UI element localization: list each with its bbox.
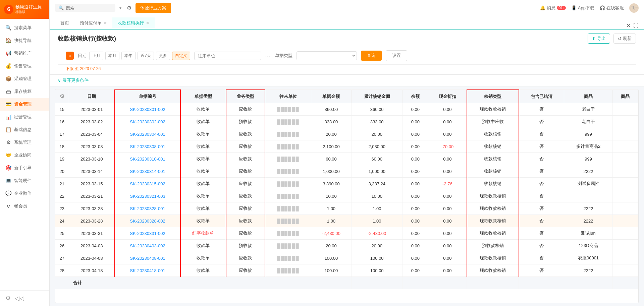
row-single-number[interactable]: SK-20230328-001 bbox=[115, 202, 180, 215]
sidebar-item-wechat[interactable]: 💬 企业微信 bbox=[0, 187, 49, 200]
date-btn-more[interactable]: 更多 bbox=[156, 52, 170, 60]
single-number-link[interactable]: SK-20230301-002 bbox=[130, 107, 165, 112]
date-options: 上月 本月 本年 近7天 更多 自定义 bbox=[89, 52, 190, 60]
sidebar-item-quick-nav[interactable]: 🏠 快捷导航 bbox=[0, 34, 49, 47]
single-number-link[interactable]: SK-20230314-001 bbox=[130, 169, 165, 174]
row-single-number[interactable]: SK-20230302-002 bbox=[115, 116, 180, 128]
sidebar-item-inventory[interactable]: 🗃 库存核算 bbox=[0, 85, 49, 98]
search-input[interactable] bbox=[66, 5, 113, 10]
single-number-link[interactable]: SK-20230328-001 bbox=[130, 206, 165, 211]
row-include-settled: 否 bbox=[519, 128, 564, 140]
service-button[interactable]: 🎧 在线客服 bbox=[600, 5, 624, 11]
unit-input[interactable] bbox=[194, 52, 261, 60]
tab-verify-close[interactable]: ✕ bbox=[146, 21, 149, 25]
sidebar-item-sales[interactable]: 💰 销售管理 bbox=[0, 60, 49, 72]
export-button[interactable]: ⬆ 导出 bbox=[588, 34, 610, 44]
solution-button[interactable]: 体验行业方案 bbox=[136, 3, 171, 13]
date-label: 日期 bbox=[78, 53, 87, 59]
sidebar-item-operations[interactable]: 📊 经营管理 bbox=[0, 111, 49, 123]
sidebar-item-hardware[interactable]: 💻 智能硬件 bbox=[0, 174, 49, 187]
row-amount: 100.00 bbox=[311, 264, 351, 277]
row-single-number[interactable]: SK-20230315-002 bbox=[115, 178, 180, 190]
single-number-link[interactable]: SK-20230403-002 bbox=[130, 243, 165, 248]
row-product2 bbox=[612, 128, 638, 140]
table-body: 152023-03-01SK-20230301-002收款单应收款██████3… bbox=[55, 103, 638, 277]
table-row: 172023-03-04SK-20230304-001收款单应收款██████2… bbox=[55, 128, 638, 140]
row-balance: 0.00 bbox=[402, 190, 428, 202]
date-btn-this-year[interactable]: 本年 bbox=[121, 52, 136, 60]
sidebar-item-label: 企业微信 bbox=[14, 190, 32, 196]
row-single-number[interactable]: SK-20230314-001 bbox=[115, 165, 180, 178]
refresh-button[interactable]: ↺ 刷新 bbox=[613, 34, 636, 44]
date-btn-custom[interactable]: 自定义 bbox=[172, 52, 190, 60]
single-number-link[interactable]: SK-20230328-002 bbox=[130, 219, 165, 224]
single-number-link[interactable]: SK-20230331-002 bbox=[130, 231, 165, 236]
row-product: 123D商品 bbox=[564, 240, 613, 252]
row-single-number[interactable]: SK-20230331-002 bbox=[115, 227, 180, 240]
row-verify-type: 现款收款核销 bbox=[467, 252, 519, 264]
query-button[interactable]: 查询 bbox=[361, 51, 382, 61]
expand-more-conditions[interactable]: ∨ 展开更多条件 bbox=[50, 75, 644, 86]
setting-button[interactable]: 设置 bbox=[386, 50, 407, 61]
sidebar-item-purchase[interactable]: 📦 采购管理 bbox=[0, 72, 49, 85]
service-label: 在线客服 bbox=[606, 5, 624, 11]
collapse-icon[interactable]: ◁◁ bbox=[15, 295, 24, 302]
settings-footer-icon[interactable]: ⚙ bbox=[5, 295, 11, 302]
single-number-link[interactable]: SK-20230304-001 bbox=[130, 132, 165, 137]
th-settings[interactable]: ⚙ bbox=[55, 90, 69, 103]
app-download-button[interactable]: 📱 App下载 bbox=[571, 5, 594, 11]
single-number-link[interactable]: SK-20230302-002 bbox=[130, 119, 165, 124]
sidebar-item-label: 系统管理 bbox=[14, 139, 32, 145]
row-verify-type: 收款核销 bbox=[467, 153, 519, 165]
row-single-number[interactable]: SK-20230308-001 bbox=[115, 140, 180, 153]
row-single-type: 收款单 bbox=[180, 264, 226, 277]
single-number-link[interactable]: SK-20230315-002 bbox=[130, 181, 165, 186]
tab-expand-button[interactable]: ⛶ bbox=[633, 23, 639, 29]
row-single-number[interactable]: SK-20230328-002 bbox=[115, 215, 180, 227]
row-single-type: 收款单 bbox=[180, 116, 226, 128]
tab-prepaid[interactable]: 预付应付单 ✕ bbox=[74, 17, 112, 29]
sidebar-item-enterprise[interactable]: 🤝 企业协同 bbox=[0, 149, 49, 162]
row-num: 23 bbox=[55, 202, 69, 215]
row-single-number[interactable]: SK-20230304-001 bbox=[115, 128, 180, 140]
date-btn-this-month[interactable]: 本月 bbox=[105, 52, 119, 60]
row-single-number[interactable]: SK-20230418-001 bbox=[115, 264, 180, 277]
messages-button[interactable]: 🔔 消息 99+ bbox=[540, 5, 566, 11]
dropdown-icon[interactable]: ▾ bbox=[119, 6, 121, 10]
sidebar-item-finance[interactable]: 💳 资金管理 bbox=[0, 98, 49, 111]
type-select[interactable] bbox=[297, 51, 357, 60]
column-settings-icon[interactable]: ⚙ bbox=[60, 94, 64, 99]
row-product2 bbox=[612, 178, 638, 190]
topbar-gear-icon[interactable]: ⚙ bbox=[127, 5, 131, 11]
tab-close-all-button[interactable]: ✕ bbox=[626, 22, 631, 29]
row-single-number[interactable]: SK-20230403-002 bbox=[115, 240, 180, 252]
sidebar-item-system[interactable]: ⚙ 系统管理 bbox=[0, 136, 49, 149]
date-btn-7days[interactable]: 近7天 bbox=[138, 52, 154, 60]
row-single-number[interactable]: SK-20230408-001 bbox=[115, 252, 180, 264]
row-unit: ██████ bbox=[265, 240, 311, 252]
filter-expand-button[interactable]: » bbox=[66, 52, 74, 60]
sidebar-item-guide[interactable]: 🎯 新手引导 bbox=[0, 162, 49, 174]
row-verify-type: 现款收款核销 bbox=[467, 227, 519, 240]
tab-prepaid-close[interactable]: ✕ bbox=[104, 21, 107, 25]
sidebar-item-basic[interactable]: 📋 基础信息 bbox=[0, 123, 49, 136]
row-date: 2023-03-15 bbox=[69, 178, 115, 190]
footer-balance bbox=[402, 277, 428, 289]
single-number-link[interactable]: SK-20230418-001 bbox=[130, 268, 165, 273]
single-number-link[interactable]: SK-20230310-001 bbox=[130, 157, 165, 162]
row-single-number[interactable]: SK-20230321-003 bbox=[115, 190, 180, 202]
sidebar-item-member[interactable]: V 畅会员 bbox=[0, 200, 49, 212]
date-range-text: 不限 至 2023-07-26 bbox=[66, 66, 101, 72]
single-number-link[interactable]: SK-20230308-001 bbox=[130, 144, 165, 149]
user-avatar[interactable]: 用户 bbox=[629, 3, 639, 13]
date-btn-last-month[interactable]: 上月 bbox=[89, 52, 103, 60]
tab-verify[interactable]: 收款核销执行 ✕ bbox=[112, 17, 155, 29]
row-single-number[interactable]: SK-20230301-002 bbox=[115, 103, 180, 116]
row-date: 2023-03-10 bbox=[69, 153, 115, 165]
sidebar-item-search[interactable]: 🔍 搜索菜单 bbox=[0, 21, 49, 34]
sidebar-item-marketing[interactable]: 📢 营销推广 bbox=[0, 47, 49, 60]
tab-home[interactable]: 首页 bbox=[55, 17, 74, 29]
single-number-link[interactable]: SK-20230321-003 bbox=[130, 194, 165, 199]
row-single-number[interactable]: SK-20230310-001 bbox=[115, 153, 180, 165]
single-number-link[interactable]: SK-20230408-001 bbox=[130, 256, 165, 261]
